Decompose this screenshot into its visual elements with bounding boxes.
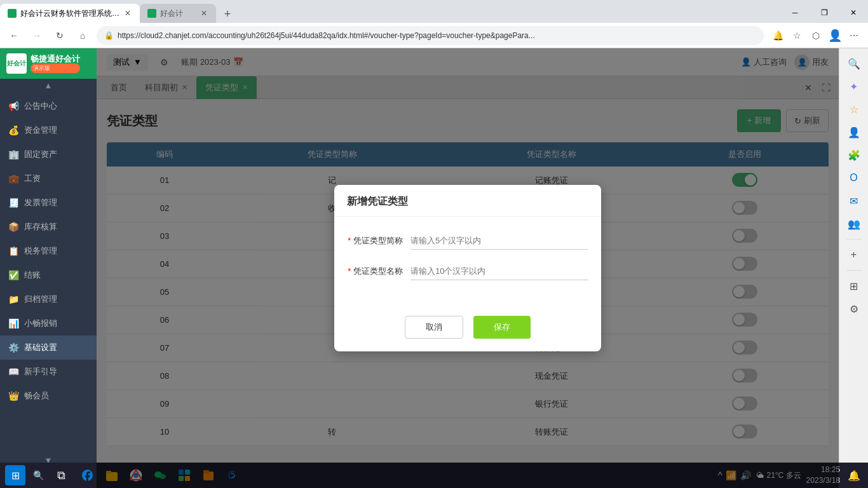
back-button[interactable]: ←	[5, 27, 23, 44]
sidebar-item-membership[interactable]: 👑 畅会员	[0, 384, 97, 408]
tab-close-1[interactable]: ✕	[123, 8, 132, 19]
modal-header: 新增凭证类型	[334, 185, 601, 217]
forward-button[interactable]: →	[28, 27, 46, 44]
reload-button[interactable]: ↻	[51, 27, 69, 44]
sidebar: 好会计 畅捷通好会计 演示版 ▲ 📢 公告中心 💰 资金管理 🏢 固定资产	[0, 48, 97, 488]
membership-icon: 👑	[8, 390, 19, 402]
right-panel-extension-button[interactable]: 🧩	[844, 145, 864, 165]
sidebar-item-funds[interactable]: 💰 资金管理	[0, 118, 97, 142]
guide-icon: 📖	[8, 366, 19, 377]
sidebar-label-announcements: 公告中心	[24, 100, 57, 112]
fixed-assets-icon: 🏢	[8, 149, 19, 160]
tab-favicon-1	[8, 9, 17, 18]
tab-title-1: 好会计云财务软件管理系统_会计	[20, 8, 119, 19]
modal-footer: 取消 保存	[334, 308, 601, 351]
sidebar-item-expense[interactable]: 📊 小畅报销	[0, 311, 97, 336]
right-panel-mail-button[interactable]: ✉	[844, 191, 864, 211]
close-button[interactable]: ✕	[839, 3, 868, 23]
archive-icon: 📁	[8, 294, 19, 305]
tab-close-2[interactable]: ✕	[200, 8, 208, 19]
sidebar-item-basic-settings[interactable]: ⚙️ 基础设置	[0, 336, 97, 360]
tax-icon: 📋	[8, 245, 19, 257]
right-panel-person-button[interactable]: 👤	[844, 122, 864, 142]
sidebar-item-fixed-assets[interactable]: 🏢 固定资产	[0, 142, 97, 166]
sidebar-label-inventory: 库存核算	[24, 221, 57, 233]
inventory-icon: 📦	[8, 221, 19, 233]
tab-2[interactable]: 好会计 ✕	[140, 4, 216, 23]
extensions-button[interactable]: 🔔	[769, 27, 787, 44]
tab-favicon-2	[147, 9, 156, 18]
notification-button[interactable]: 🔔	[845, 466, 863, 484]
sidebar-logo: 好会计 畅捷通好会计 演示版	[0, 48, 97, 79]
sidebar-label-payroll: 工资	[24, 173, 41, 184]
sidebar-item-inventory[interactable]: 📦 库存核算	[0, 215, 97, 239]
home-button[interactable]: ⌂	[74, 27, 92, 44]
menu-button[interactable]: ⋯	[845, 27, 863, 44]
save-button[interactable]: 保存	[473, 316, 531, 339]
expense-icon: 📊	[8, 318, 19, 329]
sidebar-label-membership: 畅会员	[24, 390, 49, 402]
right-panel-outlook-button[interactable]: O	[844, 168, 864, 188]
browser-chrome: 好会计云财务软件管理系统_会计 ✕ 好会计 ✕ + ─ ❒ ✕ ← → ↻ ⌂ …	[0, 0, 868, 48]
sidebar-label-archive: 归档管理	[24, 294, 57, 305]
start-button[interactable]: ⊞	[5, 465, 25, 485]
invoices-icon: 🧾	[8, 197, 19, 208]
sidebar-item-guide[interactable]: 📖 新手引导	[0, 360, 97, 384]
logo-area: 畅捷通好会计 演示版	[31, 54, 80, 74]
logo-icon: 好会计	[6, 53, 27, 74]
right-panel-grid-button[interactable]: ⊞	[844, 276, 864, 296]
sidebar-label-tax: 税务管理	[24, 245, 57, 257]
sidebar-label-basic-settings: 基础设置	[24, 342, 57, 353]
sidebar-item-settlement[interactable]: ✅ 结账	[0, 263, 97, 287]
logo-badge: 演示版	[31, 64, 80, 73]
sidebar-label-invoices: 发票管理	[24, 197, 57, 208]
tab-1[interactable]: 好会计云财务软件管理系统_会计 ✕	[0, 4, 140, 23]
tab-title-2: 好会计	[160, 8, 196, 19]
tab-bar: 好会计云财务软件管理系统_会计 ✕ 好会计 ✕ + ─ ❒ ✕	[0, 0, 868, 23]
name-label: 凭证类型名称	[347, 266, 410, 277]
abbr-input[interactable]	[410, 232, 588, 250]
payroll-icon: 💼	[8, 173, 19, 184]
restore-button[interactable]: ❒	[810, 3, 839, 23]
minimize-button[interactable]: ─	[780, 3, 810, 23]
new-tab-button[interactable]: +	[219, 5, 236, 23]
logo-text: 畅捷通好会计	[31, 54, 80, 64]
sidebar-label-funds: 资金管理	[24, 125, 57, 136]
collection-button[interactable]: ⬡	[807, 27, 825, 44]
name-input[interactable]	[410, 262, 588, 280]
sidebar-item-invoices[interactable]: 🧾 发票管理	[0, 191, 97, 215]
funds-icon: 💰	[8, 125, 19, 136]
sidebar-scroll-up[interactable]: ▲	[0, 79, 97, 92]
announcements-icon: 📢	[8, 100, 19, 112]
right-panel-users-button[interactable]: 👥	[844, 214, 864, 234]
add-voucher-type-modal: 新增凭证类型 凭证类型简称 凭证类型名称 取消 保存	[334, 185, 601, 351]
abbr-form-row: 凭证类型简称	[347, 232, 588, 250]
right-panel-ai-button[interactable]: ✦	[844, 76, 864, 97]
sidebar-label-settlement: 结账	[24, 269, 41, 281]
right-panel-search-button[interactable]: 🔍	[844, 53, 864, 74]
favorites-button[interactable]: ☆	[788, 27, 806, 44]
sidebar-item-payroll[interactable]: 💼 工资	[0, 166, 97, 191]
taskbar-edge[interactable]	[76, 464, 99, 487]
right-panel-separator-2	[846, 270, 862, 271]
task-view-button[interactable]: ⧉	[51, 465, 71, 485]
url-text: https://cloud2.chanjet.com/accounting/uh…	[118, 31, 756, 40]
modal-body: 凭证类型简称 凭证类型名称	[334, 217, 601, 308]
sidebar-item-announcements[interactable]: 📢 公告中心	[0, 94, 97, 118]
taskbar-search-button[interactable]: 🔍	[28, 465, 48, 485]
name-form-row: 凭证类型名称	[347, 262, 588, 280]
sidebar-label-guide: 新手引导	[24, 366, 57, 377]
window-controls: ─ ❒ ✕	[780, 3, 868, 23]
right-panel-settings-button[interactable]: ⚙	[844, 299, 864, 319]
profile-button[interactable]: 👤	[826, 27, 844, 44]
cancel-button[interactable]: 取消	[405, 316, 463, 339]
url-bar[interactable]: 🔒 https://cloud2.chanjet.com/accounting/…	[97, 26, 764, 45]
sidebar-item-tax[interactable]: 📋 税务管理	[0, 239, 97, 263]
sidebar-item-archive[interactable]: 📁 归档管理	[0, 287, 97, 311]
modal-title: 新增凭证类型	[347, 195, 588, 208]
sidebar-label-expense: 小畅报销	[24, 318, 57, 329]
right-panel-add-button[interactable]: +	[844, 245, 864, 265]
right-panel-star-button[interactable]: ☆	[844, 99, 864, 119]
settlement-icon: ✅	[8, 269, 19, 281]
lock-icon: 🔒	[104, 31, 114, 40]
